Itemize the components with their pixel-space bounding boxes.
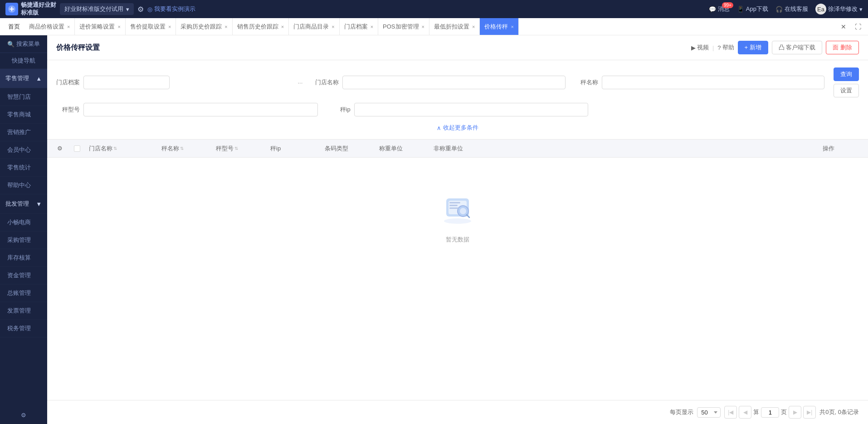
message-button[interactable]: 💬 消息 99+ (709, 5, 730, 13)
th-store-name[interactable]: 门店名称 ⇅ (85, 145, 158, 153)
page-total: 共0页, 0条记录 (819, 408, 859, 416)
video-link[interactable]: ▶ 视频 (691, 43, 709, 52)
sidebar-item-smart-store[interactable]: 智慧门店 (0, 88, 47, 106)
product-settings-button[interactable]: ⚙ (137, 5, 144, 14)
tab-sale-history[interactable]: 销售历史价跟踪 × (233, 18, 289, 35)
tab-sale-extract[interactable]: 售价提取设置 × (126, 18, 176, 35)
tab-home[interactable]: 首页 (4, 18, 24, 35)
sidebar-item-finance[interactable]: 资金管理 (0, 267, 47, 284)
more-icon[interactable]: ··· (297, 79, 302, 86)
sidebar-item-wholesale[interactable]: 批发管理 ▼ (0, 194, 47, 214)
tab-close-icon[interactable]: × (472, 24, 475, 29)
help-link[interactable]: ? 帮助 (717, 43, 734, 52)
tab-price-goods[interactable]: 商品价格设置 × (24, 18, 75, 35)
online-service-button[interactable]: 🎧 在线客服 (775, 5, 808, 13)
tab-label: 门店商品目录 (293, 23, 329, 31)
sidebar-item-marketing[interactable]: 营销推广 (0, 124, 47, 141)
page-prev-button[interactable]: ◀ (739, 406, 751, 419)
scale-ip-input[interactable] (354, 103, 589, 116)
sidebar-item-inventory[interactable]: 库存核算 (0, 249, 47, 267)
sidebar-nav-quicknav[interactable]: 快捷导航 (0, 53, 47, 69)
sidebar-item-tax[interactable]: 税务管理 (0, 320, 47, 337)
scale-name-input[interactable] (602, 76, 824, 89)
collapse-button[interactable]: ∧ 收起更多条件 (437, 122, 478, 134)
app-download-button[interactable]: 📱 App下载 (737, 5, 768, 13)
page-last-button[interactable]: ▶| (803, 406, 816, 419)
sidebar-settings-button[interactable]: ⚙ (0, 406, 47, 424)
sidebar-item-member[interactable]: 会员中心 (0, 141, 47, 159)
page-size-select[interactable]: 10 20 50 100 (697, 407, 721, 418)
tab-close-icon[interactable]: × (224, 24, 227, 29)
tab-purchase-strategy[interactable]: 进价策略设置 × (75, 18, 125, 35)
filter-row-1: 门店档案 ··· 门店名称 秤名称 (56, 67, 859, 97)
demo-link[interactable]: ◎ 我要看实例演示 (147, 5, 195, 13)
setup-button[interactable]: 设置 (834, 84, 859, 97)
message-icon: 💬 (709, 6, 716, 13)
page-header: 价格传秤设置 ▶ 视频 | ? 帮助 + 新增 凸 客户端下载 (47, 35, 868, 60)
product-selector[interactable]: 好业财标准版交付试用 ▾ (60, 3, 134, 15)
delete-button[interactable]: 面 删除 (826, 41, 859, 54)
sort-icon: ⇅ (113, 146, 117, 151)
th-scale-name[interactable]: 秤名称 ⇅ (158, 145, 212, 153)
filter-scale-name-label: 秤名称 (575, 78, 598, 87)
tab-store-catalog[interactable]: 门店商品目录 × (289, 18, 339, 35)
tab-close-icon[interactable]: × (422, 24, 424, 29)
page-next-button[interactable]: ▶ (789, 406, 801, 419)
page-input[interactable] (761, 407, 779, 418)
sidebar-item-invoice[interactable]: 发票管理 (0, 302, 47, 320)
tab-close-icon[interactable]: × (511, 24, 513, 29)
sidebar-item-mini-ecom[interactable]: 小畅电商 (0, 214, 47, 231)
tab-pos-management[interactable]: POS加密管理 × (378, 18, 429, 35)
tab-expand-button[interactable]: ⛶ (852, 20, 864, 33)
tab-close-all-button[interactable]: ✕ (837, 20, 850, 33)
add-label: + 新增 (745, 43, 761, 52)
user-name: 徐泽华修改 (828, 5, 858, 13)
sidebar-item-retail-stats[interactable]: 零售统计 (0, 159, 47, 177)
th-scale-type[interactable]: 秤型号 ⇅ (212, 145, 267, 153)
tab-min-discount[interactable]: 最低折扣设置 × (429, 18, 480, 35)
tab-close-icon[interactable]: × (371, 24, 373, 29)
th-label: 操作 (823, 145, 834, 153)
download-button[interactable]: 凸 客户端下载 (772, 41, 823, 54)
sidebar-item-label: 营销推广 (7, 128, 31, 136)
empty-state: 暂无数据 (47, 158, 868, 271)
add-button[interactable]: + 新增 (738, 41, 768, 54)
scale-type-input[interactable] (83, 103, 318, 116)
store-archive-input[interactable] (83, 76, 170, 89)
query-label: 查询 (840, 70, 852, 78)
tab-close-icon[interactable]: × (117, 24, 120, 29)
select-all-checkbox[interactable] (74, 145, 80, 152)
help-label: 帮助 (722, 43, 734, 52)
avatar: Ea (815, 4, 826, 14)
sidebar-item-label: 总账管理 (7, 289, 31, 297)
tab-store-archive[interactable]: 门店档案 × (340, 18, 378, 35)
sidebar-item-help[interactable]: 帮助中心 (0, 177, 47, 194)
th-label: 非称重单位 (434, 145, 463, 153)
sidebar-nav-label: 快捷导航 (12, 57, 35, 65)
sidebar-item-label: 智慧门店 (7, 93, 31, 101)
sort-icon: ⇅ (234, 146, 238, 151)
sidebar-search[interactable]: 🔍 搜索菜单 (0, 35, 47, 53)
tab-close-icon[interactable]: × (281, 24, 284, 29)
divider: | (712, 44, 714, 51)
tab-close-icon[interactable]: × (168, 24, 171, 29)
sidebar-item-retail[interactable]: 零售管理 ▲ (0, 69, 47, 88)
th-checkbox[interactable] (69, 145, 85, 152)
sidebar-item-label: 零售统计 (7, 164, 31, 172)
th-settings[interactable]: ⚙ (51, 145, 69, 152)
store-name-input[interactable] (342, 76, 565, 89)
sidebar-item-purchase[interactable]: 采购管理 (0, 231, 47, 249)
query-button[interactable]: 查询 (834, 67, 859, 81)
tab-purchase-history[interactable]: 采购历史价跟踪 × (176, 18, 232, 35)
tab-price-scale[interactable]: 价格传秤 × (480, 18, 518, 35)
page-title: 价格传秤设置 (56, 43, 100, 53)
sidebar-item-general-ledger[interactable]: 总账管理 (0, 284, 47, 302)
page-first-button[interactable]: |◀ (724, 406, 737, 419)
page-input-wrap: 算 页 (753, 407, 787, 418)
user-menu-button[interactable]: Ea 徐泽华修改 ▾ (815, 4, 863, 14)
sidebar-item-retail-mall[interactable]: 零售商城 (0, 106, 47, 124)
tab-close-icon[interactable]: × (332, 24, 334, 29)
svg-rect-9 (449, 207, 458, 209)
tab-close-icon[interactable]: × (67, 24, 70, 29)
main-layout: 🔍 搜索菜单 快捷导航 零售管理 ▲ 智慧门店 零售商城 营销推广 会员中心 (0, 35, 868, 424)
